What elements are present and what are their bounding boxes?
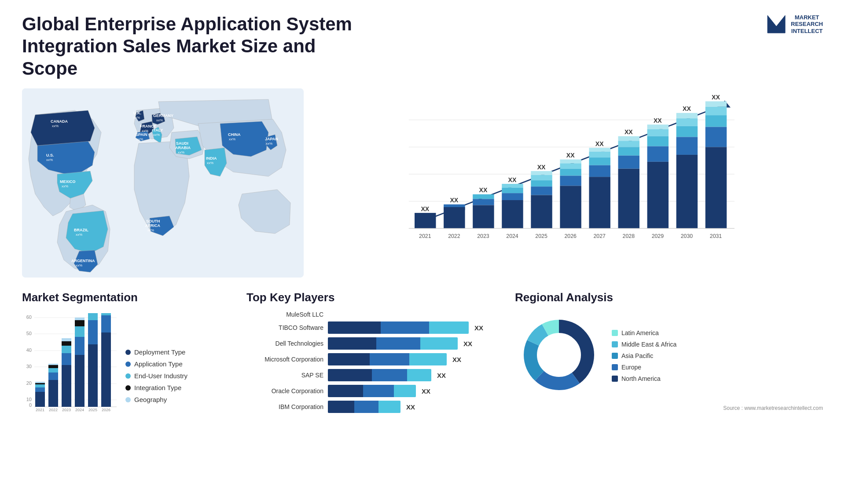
svg-rect-87 xyxy=(647,124,669,129)
svg-text:30: 30 xyxy=(26,364,32,369)
svg-rect-97 xyxy=(676,137,698,155)
tibco-seg2 xyxy=(381,321,429,334)
player-bar-dell: XX xyxy=(328,337,502,350)
svg-rect-143 xyxy=(75,326,84,337)
player-name-microsoft: Microsoft Corporation xyxy=(246,356,323,363)
svg-rect-77 xyxy=(589,177,610,228)
svg-rect-148 xyxy=(88,320,98,344)
svg-rect-151 xyxy=(101,332,111,407)
svg-rect-123 xyxy=(35,392,45,407)
svg-text:60: 60 xyxy=(26,314,32,320)
regional-area: Regional Analysis xyxy=(515,291,823,411)
svg-text:0: 0 xyxy=(29,402,32,408)
player-row-sap: SAP SE XX xyxy=(246,369,502,381)
player-name-oracle: Oracle Corporation xyxy=(246,387,323,394)
svg-rect-147 xyxy=(88,344,98,407)
segmentation-area: Market Segmentation 60 50 40 30 20 10 0 xyxy=(22,291,233,408)
player-row-oracle: Oracle Corporation XX xyxy=(246,385,502,397)
svg-text:xx%: xx% xyxy=(178,150,184,154)
dell-seg1 xyxy=(328,337,376,350)
svg-rect-125 xyxy=(35,384,45,387)
north-america-color xyxy=(612,376,618,382)
msft-seg3 xyxy=(409,353,447,365)
ibm-seg1 xyxy=(328,401,354,413)
svg-rect-149 xyxy=(88,313,98,320)
svg-rect-94 xyxy=(676,113,698,118)
logo-icon xyxy=(765,13,787,35)
logo-box: MARKETRESEARCHINTELLECT xyxy=(765,13,823,35)
svg-text:XX: XX xyxy=(479,187,488,194)
oracle-bar xyxy=(328,385,416,397)
svg-text:SAUDI: SAUDI xyxy=(176,141,188,146)
svg-rect-129 xyxy=(48,380,58,407)
svg-rect-101 xyxy=(705,102,727,107)
svg-rect-49 xyxy=(473,199,494,205)
svg-text:2029: 2029 xyxy=(652,234,664,240)
svg-text:2022: 2022 xyxy=(448,234,460,240)
svg-text:BRAZIL: BRAZIL xyxy=(74,228,88,232)
svg-rect-139 xyxy=(62,338,71,341)
bottom-section: Market Segmentation 60 50 40 30 20 10 0 xyxy=(22,291,823,413)
svg-text:xx%: xx% xyxy=(266,142,272,146)
svg-text:ARGENTINA: ARGENTINA xyxy=(71,259,95,263)
player-name-dell: Dell Technologies xyxy=(246,340,323,347)
svg-rect-69 xyxy=(560,176,581,186)
svg-rect-142 xyxy=(75,337,84,355)
svg-text:INDIA: INDIA xyxy=(206,156,217,161)
svg-text:XX: XX xyxy=(654,117,662,124)
europe-color xyxy=(612,364,618,370)
geography-dot xyxy=(125,397,131,402)
ibm-seg2 xyxy=(354,401,378,413)
player-row-microsoft: Microsoft Corporation XX xyxy=(246,353,502,365)
svg-text:AFRICA: AFRICA xyxy=(145,223,160,228)
player-bar-microsoft: XX xyxy=(328,353,502,365)
svg-text:xx%: xx% xyxy=(156,118,163,122)
legend-enduser: End-User Industry xyxy=(125,372,233,380)
svg-text:XX: XX xyxy=(508,176,517,183)
oracle-seg1 xyxy=(328,385,363,397)
svg-rect-67 xyxy=(560,164,581,169)
legend-deployment: Deployment Type xyxy=(125,348,233,356)
svg-rect-98 xyxy=(676,155,698,228)
page-title: Global Enterprise Application System Int… xyxy=(22,13,352,80)
ibm-bar xyxy=(328,401,400,413)
legend-latin-america: Latin America xyxy=(612,329,676,336)
players-area: Top Key Players MuleSoft LLC TIBCO Softw… xyxy=(246,291,502,413)
svg-text:2028: 2028 xyxy=(623,234,635,240)
svg-rect-50 xyxy=(473,205,494,229)
svg-rect-103 xyxy=(705,115,727,127)
microsoft-value: XX xyxy=(452,356,461,363)
player-row-ibm: IBM Corporation XX xyxy=(246,401,502,413)
svg-text:XX: XX xyxy=(625,128,633,135)
seg-legend: Deployment Type Application Type End-Use… xyxy=(125,348,233,408)
svg-rect-137 xyxy=(62,346,71,353)
legend-north-america: North America xyxy=(612,375,676,382)
middle-east-color xyxy=(612,341,618,347)
player-row-mulesoft: MuleSoft LLC xyxy=(246,311,502,318)
svg-rect-81 xyxy=(618,141,639,147)
svg-rect-131 xyxy=(48,368,58,373)
seg-content: 60 50 40 30 20 10 0 xyxy=(22,311,233,408)
player-name-sap: SAP SE xyxy=(246,372,323,379)
svg-rect-48 xyxy=(473,194,494,199)
asia-pacific-color xyxy=(612,353,618,359)
svg-rect-60 xyxy=(531,175,552,180)
svg-rect-63 xyxy=(531,195,552,229)
svg-text:xx%: xx% xyxy=(46,158,53,162)
svg-rect-89 xyxy=(647,136,669,146)
svg-text:2027: 2027 xyxy=(594,234,606,240)
geography-label: Geography xyxy=(134,396,167,403)
svg-text:xx%: xx% xyxy=(136,137,143,141)
svg-rect-68 xyxy=(560,169,581,176)
tibco-seg3 xyxy=(429,321,469,334)
svg-text:ITALY: ITALY xyxy=(152,128,163,132)
svg-text:XX: XX xyxy=(595,140,604,147)
svg-text:U.K.: U.K. xyxy=(133,111,141,115)
svg-text:CANADA: CANADA xyxy=(51,119,68,124)
oracle-value: XX xyxy=(422,387,430,395)
svg-text:2024: 2024 xyxy=(75,408,84,412)
svg-text:xx%: xx% xyxy=(76,263,82,267)
player-row-dell: Dell Technologies XX xyxy=(246,337,502,350)
svg-text:XX: XX xyxy=(566,152,575,159)
integration-label: Integration Type xyxy=(134,384,181,391)
